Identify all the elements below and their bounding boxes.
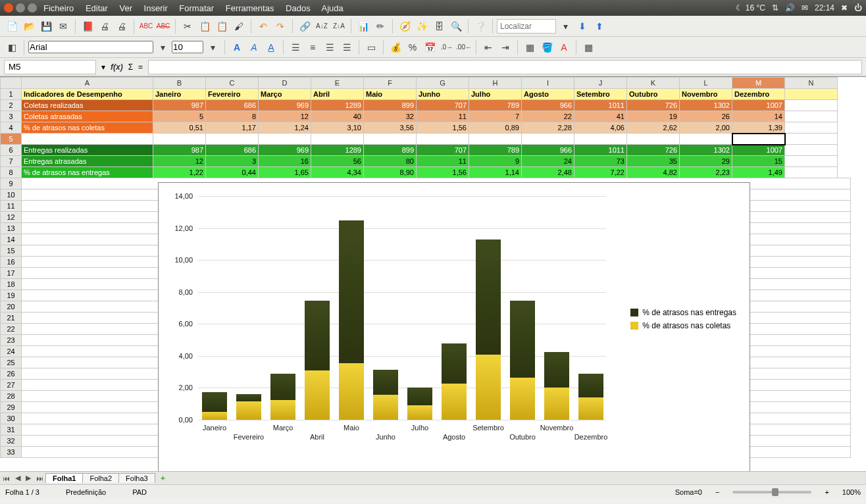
add-sheet-icon[interactable]: ＋ [155, 473, 170, 483]
menu-inserir[interactable]: Inserir [144, 3, 168, 13]
font-size-dropdown-icon[interactable]: ▾ [205, 39, 220, 55]
open-icon[interactable]: 📂 [21, 18, 37, 34]
sheet-tab-2[interactable]: Folha2 [82, 473, 119, 483]
status-style: Predefinição [66, 488, 106, 496]
menu-formatar[interactable]: Formatar [179, 3, 214, 13]
row-6: 6Entregas realizadas98768696912898997077… [1, 145, 838, 156]
new-doc-icon[interactable]: 📄 [4, 18, 20, 34]
number-format-icon[interactable]: 📅 [422, 39, 438, 55]
menu-ajuda[interactable]: Ajuda [322, 3, 344, 13]
sheet-tab-1[interactable]: Folha1 [45, 473, 83, 483]
spellcheck-icon[interactable]: ABC [138, 18, 154, 34]
font-name-input[interactable] [28, 41, 153, 53]
paste-icon[interactable]: 📋 [214, 18, 230, 34]
close-icon[interactable] [4, 3, 13, 13]
pdf-export-icon[interactable]: 📕 [80, 18, 95, 34]
formula-input[interactable] [148, 60, 862, 74]
fontcolor-icon[interactable]: A [556, 39, 572, 55]
find-dropdown-icon[interactable]: ▾ [557, 18, 573, 34]
row-5: 5 [1, 134, 838, 145]
grid-toggle-icon[interactable]: ▦ [580, 39, 596, 55]
session-icon[interactable]: ✖ [841, 3, 848, 13]
zoom-level[interactable]: 100% [842, 488, 861, 496]
status-mode: PAD [132, 488, 147, 496]
bgcolor-icon[interactable]: 🪣 [539, 39, 555, 55]
menu-dados[interactable]: Dados [286, 3, 311, 13]
underline-icon[interactable]: A [263, 39, 279, 55]
function-wizard-icon[interactable]: f(x) [111, 63, 123, 72]
align-right-icon[interactable]: ☰ [322, 39, 338, 55]
styles-icon[interactable]: ◧ [4, 39, 20, 55]
cellref-dropdown-icon[interactable]: ▾ [101, 63, 105, 72]
format-paintbrush-icon[interactable]: 🖌 [231, 18, 247, 34]
help-icon[interactable]: ❔ [472, 18, 488, 34]
hyperlink-icon[interactable]: 🔗 [297, 18, 313, 34]
zoom-in-icon[interactable]: + [825, 488, 828, 496]
save-icon[interactable]: 💾 [38, 18, 54, 34]
italic-icon[interactable]: A [246, 39, 262, 55]
percent-icon[interactable]: % [405, 39, 420, 55]
font-size-input[interactable] [172, 41, 203, 53]
remove-decimal-icon[interactable]: .00← [456, 39, 472, 55]
increase-indent-icon[interactable]: ⇥ [497, 39, 513, 55]
cut-icon[interactable]: ✂ [180, 18, 195, 34]
zoom-out-icon[interactable]: − [715, 488, 719, 496]
status-sheet: Folha 1 / 3 [5, 488, 39, 496]
currency-icon[interactable]: 💰 [388, 39, 403, 55]
row-8: 8% de atrasos nas entregas1,220,441,654,… [1, 167, 838, 178]
chart-icon[interactable]: 📊 [355, 18, 371, 34]
print-preview-icon[interactable]: 🖨 [114, 18, 130, 34]
find-prev-icon[interactable]: ⬆ [592, 18, 607, 34]
show-draw-icon[interactable]: ✏ [372, 18, 388, 34]
equals-icon[interactable]: = [138, 63, 143, 72]
navigator-icon[interactable]: 🧭 [397, 18, 413, 34]
mail-icon[interactable]: ✉ [802, 3, 808, 13]
status-sum: Soma=0 [675, 488, 702, 496]
undo-icon[interactable]: ↶ [255, 18, 271, 34]
align-center-icon[interactable]: ≡ [305, 39, 320, 55]
font-name-dropdown-icon[interactable]: ▾ [155, 39, 170, 55]
borders-icon[interactable]: ▦ [522, 39, 538, 55]
sort-desc-icon[interactable]: Z↓A [331, 18, 347, 34]
cell-reference-input[interactable] [4, 60, 96, 74]
autospell-icon[interactable]: ABC [155, 18, 171, 34]
tab-prev-icon[interactable]: ◀ [13, 474, 23, 482]
zoom-slider[interactable] [732, 491, 811, 493]
zoom-icon[interactable]: 🔍 [448, 18, 464, 34]
menu-ver[interactable]: Ver [119, 3, 132, 13]
merge-cells-icon[interactable]: ▭ [363, 39, 379, 55]
sort-asc-icon[interactable]: A↓Z [314, 18, 330, 34]
maximize-icon[interactable] [28, 3, 37, 13]
add-decimal-icon[interactable]: .0→ [439, 39, 455, 55]
network-icon[interactable]: ⇅ [772, 3, 778, 13]
tab-last-icon[interactable]: ⏭ [34, 474, 46, 482]
find-next-icon[interactable]: ⬇ [574, 18, 590, 34]
print-icon[interactable]: 🖨 [97, 18, 113, 34]
menu-ferramentas[interactable]: Ferramentas [226, 3, 274, 13]
sound-icon[interactable]: 🔊 [785, 3, 795, 13]
sum-icon[interactable]: Σ [128, 63, 133, 72]
spreadsheet-grid[interactable]: A B C D E F G H I J K L M N 1 Indicadore… [0, 76, 866, 471]
power-icon[interactable]: ⏻ [854, 3, 862, 13]
minimize-icon[interactable] [16, 3, 25, 13]
weather-indicator[interactable]: ☾ 16 °C [736, 3, 765, 13]
clock[interactable]: 22:14 [815, 3, 834, 13]
bold-icon[interactable]: A [229, 39, 245, 55]
email-icon[interactable]: ✉ [55, 18, 71, 34]
decrease-indent-icon[interactable]: ⇤ [480, 39, 496, 55]
embedded-chart[interactable]: 0,002,004,006,008,0010,0012,0014,00Janei… [158, 182, 750, 471]
row-4: 4% de atrasos nas coletas0,511,171,243,1… [1, 122, 838, 134]
find-input[interactable] [497, 19, 556, 34]
redo-icon[interactable]: ↷ [272, 18, 288, 34]
tab-next-icon[interactable]: ▶ [23, 474, 34, 482]
menu-editar[interactable]: Editar [86, 3, 108, 13]
gallery-icon[interactable]: ✨ [414, 18, 430, 34]
align-left-icon[interactable]: ☰ [288, 39, 303, 55]
align-justify-icon[interactable]: ☰ [339, 39, 355, 55]
tab-first-icon[interactable]: ⏮ [0, 474, 13, 482]
datasource-icon[interactable]: 🗄 [431, 18, 447, 34]
column-headers[interactable]: A B C D E F G H I J K L M N [1, 78, 838, 89]
sheet-tab-3[interactable]: Folha3 [118, 473, 155, 483]
menu-ficheiro[interactable]: Ficheiro [43, 3, 74, 13]
copy-icon[interactable]: 📋 [197, 18, 213, 34]
